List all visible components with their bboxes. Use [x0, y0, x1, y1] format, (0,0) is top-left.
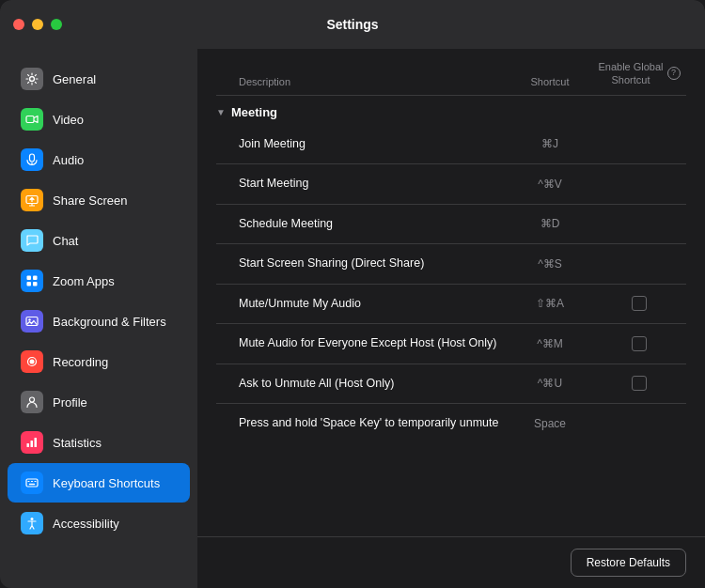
table-header: Description Shortcut Enable GlobalShortc…	[216, 60, 686, 96]
sidebar-label-accessibility: Accessibility	[53, 517, 119, 531]
sidebar-item-profile[interactable]: Profile	[8, 382, 190, 422]
shortcut-description-5: Mute Audio for Everyone Except Host (Hos…	[239, 335, 508, 352]
sidebar-label-chat: Chat	[53, 234, 78, 248]
section-title: Meeting	[231, 105, 277, 119]
shortcut-row-3: Start Screen Sharing (Direct Share)^⌘S	[216, 244, 686, 285]
shortcut-description-1: Start Meeting	[239, 176, 508, 193]
close-button[interactable]	[13, 19, 24, 30]
shortcut-description-3: Start Screen Sharing (Direct Share)	[239, 255, 508, 272]
shortcut-row-6: Ask to Unmute All (Host Only)^⌘U	[216, 364, 686, 405]
col-global-shortcut: Enable GlobalShortcut ?	[592, 60, 686, 87]
svg-rect-2	[30, 154, 35, 162]
audio-icon	[21, 148, 43, 171]
sidebar-label-zoomapps: Zoom Apps	[53, 274, 115, 288]
svg-rect-1	[26, 116, 34, 123]
recording-icon	[21, 350, 43, 373]
sidebar-label-keyboard: Keyboard Shortcuts	[53, 476, 160, 490]
sidebar-item-audio[interactable]: Audio	[8, 140, 190, 179]
shortcut-description-0: Join Meeting	[239, 136, 508, 153]
sidebar-item-keyboard[interactable]: Keyboard Shortcuts	[8, 463, 190, 503]
restore-defaults-button[interactable]: Restore Defaults	[571, 549, 686, 577]
svg-point-24	[31, 518, 34, 520]
shortcut-description-7: Press and hold 'Space Key' to temporaril…	[239, 415, 508, 432]
sidebar-item-background[interactable]: Background & Filters	[8, 302, 190, 341]
shortcut-key-6: ^⌘U	[508, 377, 592, 390]
window-title: Settings	[326, 17, 378, 32]
shortcut-key-5: ^⌘M	[508, 337, 592, 350]
sidebar-item-recording[interactable]: Recording	[8, 342, 190, 381]
shortcut-description-6: Ask to Unmute All (Host Only)	[239, 376, 508, 393]
sidebar-item-general[interactable]: General	[8, 59, 190, 99]
svg-rect-7	[27, 276, 32, 281]
keyboard-icon	[21, 472, 43, 494]
global-shortcut-checkbox-4[interactable]	[632, 296, 647, 311]
sidebar-item-accessibility[interactable]: Accessibility	[8, 503, 190, 543]
accessibility-icon	[21, 512, 43, 534]
maximize-button[interactable]	[51, 19, 62, 30]
sidebar-item-statistics[interactable]: Statistics	[8, 423, 190, 462]
shortcut-key-1: ^⌘V	[508, 178, 592, 191]
chat-icon	[21, 229, 43, 252]
svg-rect-17	[31, 441, 34, 447]
col-description: Description	[239, 76, 508, 87]
traffic-lights	[13, 19, 62, 30]
sidebar-item-sharescreen[interactable]: Share Screen	[8, 180, 190, 220]
title-bar: Settings	[0, 0, 705, 49]
svg-rect-19	[26, 479, 38, 487]
content-area: Description Shortcut Enable GlobalShortc…	[197, 49, 705, 588]
zoomapps-icon	[21, 270, 43, 292]
svg-point-12	[28, 318, 30, 320]
content-inner: Description Shortcut Enable GlobalShortc…	[197, 49, 705, 536]
shortcut-global-5	[592, 336, 686, 351]
sidebar-label-audio: Audio	[53, 153, 84, 167]
shortcut-global-6	[592, 376, 686, 391]
sidebar-label-general: General	[53, 72, 96, 86]
shortcut-key-2: ⌘D	[508, 217, 592, 230]
shortcut-row-4: Mute/Unmute My Audio⇧⌘A	[216, 285, 686, 325]
content-footer: Restore Defaults	[197, 536, 705, 588]
statistics-icon	[21, 431, 43, 454]
shortcut-key-4: ⇧⌘A	[508, 297, 592, 310]
sharescreen-icon	[21, 189, 43, 211]
sidebar-label-statistics: Statistics	[53, 436, 102, 450]
shortcut-key-0: ⌘J	[508, 137, 592, 150]
video-icon	[21, 108, 43, 131]
svg-rect-18	[35, 438, 38, 447]
svg-point-0	[30, 77, 35, 82]
global-shortcut-checkbox-6[interactable]	[632, 376, 647, 391]
main-content: GeneralVideoAudioShare ScreenChatZoom Ap…	[0, 49, 705, 588]
sidebar-item-chat[interactable]: Chat	[8, 221, 190, 260]
sidebar-item-zoomapps[interactable]: Zoom Apps	[8, 261, 190, 301]
svg-point-14	[30, 360, 35, 364]
shortcut-description-2: Schedule Meeting	[239, 216, 508, 233]
sidebar: GeneralVideoAudioShare ScreenChatZoom Ap…	[0, 49, 197, 588]
svg-point-15	[30, 397, 35, 402]
minimize-button[interactable]	[32, 19, 43, 30]
shortcut-key-3: ^⌘S	[508, 257, 592, 271]
svg-rect-10	[33, 282, 38, 286]
sidebar-label-profile: Profile	[53, 395, 87, 410]
sidebar-label-sharescreen: Share Screen	[53, 193, 128, 208]
shortcut-key-7: Space	[508, 417, 592, 430]
shortcut-rows-container: Join Meeting⌘JStart Meeting^⌘VSchedule M…	[216, 125, 686, 443]
svg-rect-16	[27, 443, 30, 447]
global-shortcut-checkbox-5[interactable]	[632, 336, 647, 351]
shortcut-row-1: Start Meeting^⌘V	[216, 164, 686, 205]
info-icon[interactable]: ?	[667, 67, 681, 80]
sidebar-label-recording: Recording	[53, 355, 108, 369]
section-meeting: ▼ Meeting	[216, 96, 686, 125]
col-shortcut: Shortcut	[508, 76, 592, 87]
profile-icon	[21, 391, 43, 413]
sidebar-label-background: Background & Filters	[53, 315, 166, 329]
shortcut-global-4	[592, 296, 686, 311]
sidebar-item-video[interactable]: Video	[8, 100, 190, 139]
svg-rect-9	[27, 282, 32, 286]
shortcut-row-2: Schedule Meeting⌘D	[216, 205, 686, 245]
sidebar-label-video: Video	[53, 113, 84, 127]
shortcut-row-7: Press and hold 'Space Key' to temporaril…	[216, 404, 686, 443]
shortcut-row-5: Mute Audio for Everyone Except Host (Hos…	[216, 324, 686, 364]
svg-rect-8	[33, 276, 38, 281]
shortcut-description-4: Mute/Unmute My Audio	[239, 296, 508, 313]
chevron-down-icon[interactable]: ▼	[216, 107, 226, 117]
general-icon	[21, 68, 43, 90]
